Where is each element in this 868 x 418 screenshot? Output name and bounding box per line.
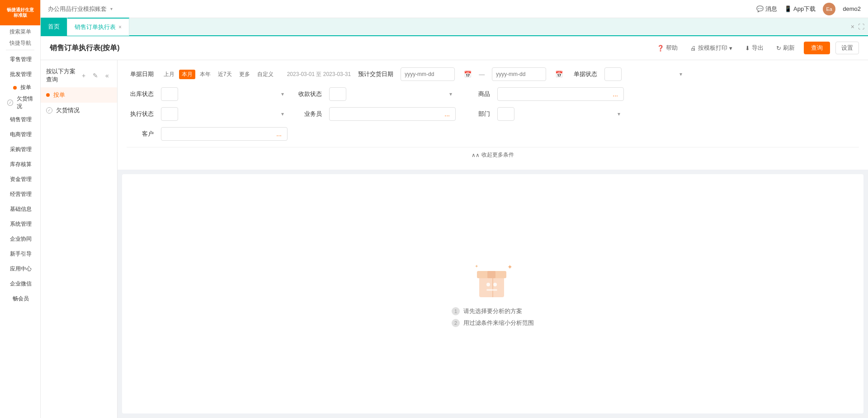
message-action[interactable]: 💬 消息 bbox=[756, 5, 777, 13]
date-tab-custom[interactable]: 自定义 bbox=[255, 70, 276, 79]
edit-scheme-button[interactable]: ✎ bbox=[91, 71, 100, 80]
date-tab-prev[interactable]: 上月 bbox=[161, 70, 177, 79]
collapse-label: 收起更多条件 bbox=[481, 151, 514, 159]
date-tab-curr[interactable]: 本月 bbox=[179, 70, 195, 79]
top-header: 办公用品行业模拟账套 ▾ 💬 消息 📱 App下载 Ea demo2 bbox=[41, 0, 868, 18]
app-logo-subtext: 标准版 bbox=[14, 13, 27, 18]
export-button[interactable]: ⬇ 导出 bbox=[741, 42, 767, 54]
sidebar-quicknav[interactable]: 快捷导航 bbox=[0, 37, 41, 48]
refresh-label: 刷新 bbox=[783, 44, 795, 52]
export-icon: ⬇ bbox=[745, 45, 750, 52]
outbound-select[interactable] bbox=[161, 87, 178, 101]
sidebar-item-purchase[interactable]: 库存核算 bbox=[0, 157, 41, 172]
export-label: 导出 bbox=[752, 44, 764, 52]
collapse-panel-button[interactable]: « bbox=[103, 71, 112, 80]
date-tab-7days[interactable]: 近7天 bbox=[215, 70, 235, 79]
orange-dot-icon bbox=[13, 86, 17, 90]
customer-ellipsis-icon[interactable]: ... bbox=[274, 130, 283, 138]
tab-close-icon[interactable]: × bbox=[118, 24, 122, 30]
empty-illustration: ✦ ✦ bbox=[470, 261, 515, 302]
empty-box-svg: ✦ ✦ bbox=[470, 261, 515, 302]
expected-date-to-input[interactable] bbox=[492, 67, 546, 81]
date-separator: — bbox=[479, 71, 485, 78]
refresh-button[interactable]: ↻ 刷新 bbox=[773, 42, 798, 54]
user-name: demo2 bbox=[843, 5, 861, 12]
sidebar-item-retail[interactable]: 零售管理 bbox=[0, 52, 41, 67]
refresh-icon: ↻ bbox=[776, 45, 781, 52]
sidebar-item-system[interactable]: 企业协同 bbox=[0, 232, 41, 247]
sidebar-sub-press[interactable]: 按单 bbox=[6, 82, 35, 93]
status-select[interactable] bbox=[604, 67, 622, 81]
left-nav-press[interactable]: 按单 bbox=[41, 87, 117, 103]
date-to-calendar-icon[interactable]: 📅 bbox=[555, 71, 563, 78]
avatar[interactable]: Ea bbox=[823, 3, 835, 15]
salesperson-ellipsis-icon[interactable]: ... bbox=[443, 110, 452, 118]
sidebar-sub-credit-label: 欠货情况 bbox=[17, 95, 37, 110]
goods-ellipsis-icon[interactable]: ... bbox=[611, 90, 620, 98]
empty-step-1: 1 请先选择要分析的方案 bbox=[452, 307, 534, 315]
breadcrumb-dropdown-icon[interactable]: ▾ bbox=[110, 6, 113, 11]
expected-date-from-input[interactable] bbox=[401, 67, 455, 81]
tab-maximize-icon[interactable]: ⛶ bbox=[858, 23, 864, 30]
sidebar-item-wholesale[interactable]: 批发管理 bbox=[0, 67, 41, 82]
sidebar-item-finance[interactable]: 经营管理 bbox=[0, 187, 41, 202]
date-from-calendar-icon[interactable]: 📅 bbox=[464, 71, 472, 78]
print-button[interactable]: 🖨 按模板打印 ▾ bbox=[687, 42, 736, 54]
sidebar-sub-credit[interactable]: ✓ 欠货情况 bbox=[0, 93, 40, 112]
tab-minimize-icon[interactable]: × bbox=[851, 23, 854, 30]
sidebar-item-marketing[interactable]: 销售管理 bbox=[0, 112, 41, 127]
gray-circle-icon: ✓ bbox=[7, 100, 13, 106]
customer-input[interactable] bbox=[165, 128, 274, 140]
settings-button[interactable]: 设置 bbox=[835, 42, 859, 54]
left-nav-credit[interactable]: ✓ 欠货情况 bbox=[41, 103, 117, 118]
exec-select[interactable] bbox=[161, 107, 178, 121]
sidebar: 畅捷通好生意 标准版 搜索菜单 快捷导航 零售管理 批发管理 按单 ✓ 欠货情况… bbox=[0, 0, 41, 418]
date-range-text: 2023-03-01 至 2023-03-31 bbox=[287, 71, 351, 78]
sidebar-item-basic[interactable]: 系统管理 bbox=[0, 217, 41, 232]
left-panel-title: 按以下方案查询 bbox=[46, 67, 79, 84]
help-button[interactable]: ❓ 帮助 bbox=[653, 42, 681, 54]
collapse-bar[interactable]: ∧∧ 收起更多条件 bbox=[127, 147, 859, 162]
sidebar-item-enterprise[interactable]: 新手引导 bbox=[0, 247, 41, 261]
salesperson-input[interactable] bbox=[333, 108, 443, 120]
goods-input[interactable] bbox=[501, 88, 611, 100]
svg-text:✦: ✦ bbox=[507, 263, 513, 271]
dept-select[interactable] bbox=[497, 107, 514, 121]
tab-sales-order[interactable]: 销售订单执行表 × bbox=[67, 18, 129, 36]
sidebar-item-ecommerce[interactable]: 采购管理 bbox=[0, 142, 41, 157]
goods-label: 商品 bbox=[463, 90, 490, 98]
status-label: 单据状态 bbox=[570, 70, 597, 78]
sidebar-search[interactable]: 搜索菜单 bbox=[0, 25, 41, 37]
message-label: 消息 bbox=[765, 5, 777, 13]
sidebar-item-guide[interactable]: 应用中心 bbox=[0, 261, 41, 276]
step1-num: 1 bbox=[452, 307, 460, 315]
sidebar-item-inventory[interactable]: 资金管理 bbox=[0, 172, 41, 187]
app-logo-text: 畅捷通好生意 bbox=[7, 7, 34, 13]
left-panel-header: 按以下方案查询 + ✎ « bbox=[41, 66, 117, 87]
exec-label: 执行状态 bbox=[127, 110, 154, 118]
tab-home[interactable]: 首页 bbox=[41, 18, 67, 36]
content-body: 按以下方案查询 + ✎ « 按单 ✓ 欠货情况 bbox=[41, 60, 868, 418]
breadcrumb-text: 办公用品行业模拟账套 bbox=[48, 5, 107, 13]
sidebar-item-sales[interactable]: 电商管理 bbox=[0, 127, 41, 142]
sidebar-divider-1 bbox=[6, 50, 34, 50]
payment-label: 收款状态 bbox=[295, 90, 322, 98]
payment-select[interactable] bbox=[329, 87, 346, 101]
sidebar-item-corpwx[interactable]: 畅会员 bbox=[0, 291, 41, 306]
sidebar-item-appstore[interactable]: 企业微信 bbox=[0, 276, 41, 291]
print-label: 按模板打印 bbox=[698, 44, 727, 52]
date-tab-more[interactable]: 更多 bbox=[236, 70, 253, 79]
query-button[interactable]: 查询 bbox=[804, 42, 830, 54]
left-nav-press-label: 按单 bbox=[53, 91, 65, 99]
date-tab-year[interactable]: 本年 bbox=[197, 70, 213, 79]
expected-date-label: 预计交货日期 bbox=[358, 70, 393, 78]
add-scheme-button[interactable]: + bbox=[79, 71, 88, 80]
sidebar-item-member[interactable] bbox=[0, 306, 41, 314]
help-label: 帮助 bbox=[666, 44, 678, 52]
app-download-action[interactable]: 📱 App下载 bbox=[784, 5, 816, 13]
svg-text:✦: ✦ bbox=[475, 264, 478, 269]
sidebar-item-operation[interactable]: 基础信息 bbox=[0, 202, 41, 217]
print-dropdown-icon[interactable]: ▾ bbox=[729, 45, 732, 52]
chat-icon: 💬 bbox=[756, 5, 764, 12]
print-icon: 🖨 bbox=[690, 45, 696, 52]
